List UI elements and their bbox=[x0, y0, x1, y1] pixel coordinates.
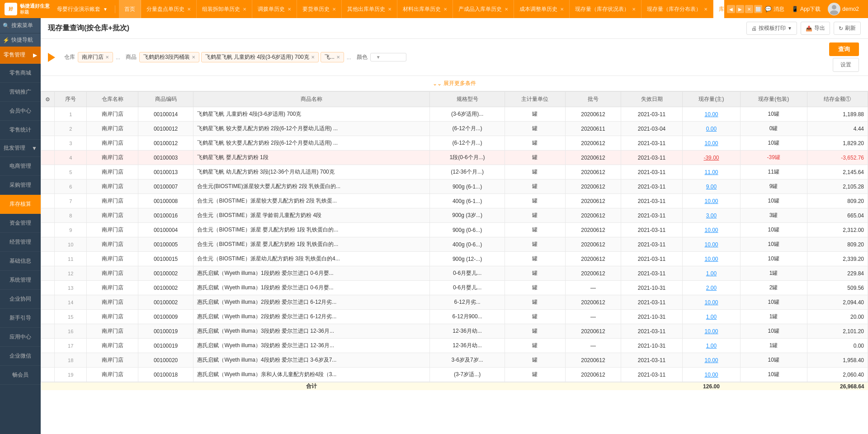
td-settings[interactable] bbox=[41, 223, 55, 237]
user-area[interactable]: demo2 bbox=[828, 3, 859, 15]
table-row[interactable]: 10南岸门店00100005合生元（BIOSTIME）派星 婴儿配方奶粉 1段 … bbox=[41, 237, 868, 252]
sidebar-item-lingshoupingtai[interactable]: 零售管理 ▶ bbox=[0, 47, 41, 64]
table-row[interactable]: 5南岸门店00100013飞鹤星飞帆 幼儿配方奶粉 3段(12-36个月幼儿适用… bbox=[41, 165, 868, 179]
sidebar-quick[interactable]: ⚡ 快捷导航 bbox=[0, 33, 41, 47]
td-settings[interactable] bbox=[41, 310, 55, 324]
td-qty-main[interactable]: 1.00 bbox=[683, 339, 740, 353]
td-qty-main[interactable]: 10.00 bbox=[683, 368, 740, 382]
workspace-selector[interactable]: 母婴行业演示账套 ▼ bbox=[50, 5, 115, 13]
td-qty-main[interactable]: -39.00 bbox=[683, 151, 740, 165]
table-row[interactable]: 7南岸门店00100008合生元（BIOSTIME）派星较大婴儿配方奶粉 2段 … bbox=[41, 194, 868, 208]
td-settings[interactable] bbox=[41, 353, 55, 368]
sidebar-item-yingxiaotuiguang[interactable]: 营销推广 bbox=[0, 83, 41, 102]
tab-close-icon[interactable]: ✕ bbox=[505, 7, 508, 12]
sidebar-item-xitongguanli[interactable]: 系统管理 bbox=[0, 271, 41, 290]
tab-yaohuo[interactable]: 要货单历史 ✕ bbox=[297, 0, 342, 18]
table-row[interactable]: 13南岸门店00100002惠氏启赋（Wyeth illuma）1段奶粉 爱尔兰… bbox=[41, 281, 868, 295]
sidebar-item-pifaguanli[interactable]: 批发管理 ▼ bbox=[0, 140, 41, 157]
td-settings[interactable] bbox=[41, 194, 55, 208]
sidebar-item-lingshouchengcheng[interactable]: 零售商城 bbox=[0, 64, 41, 83]
table-row[interactable]: 9南岸门店00100004合生元（BIOSTIME）派星 婴儿配方奶粉 1段 乳… bbox=[41, 223, 868, 237]
td-qty-main[interactable]: 10.00 bbox=[683, 107, 740, 122]
tab-kucunpici[interactable]: 库存批次账 ✕ bbox=[713, 0, 724, 18]
table-row[interactable]: 2南岸门店00100012飞鹤星飞帆 较大婴儿配方奶粉 2段(6-12个月婴幼儿… bbox=[41, 122, 868, 136]
td-qty-main[interactable]: 10.00 bbox=[683, 194, 740, 208]
td-settings[interactable] bbox=[41, 179, 55, 194]
tab-close-all[interactable]: ✕ bbox=[745, 5, 753, 13]
td-qty-main[interactable]: 10.00 bbox=[683, 324, 740, 339]
td-settings[interactable] bbox=[41, 339, 55, 353]
tab-prev-arrow[interactable]: ◀ bbox=[727, 5, 735, 13]
table-row[interactable]: 16南岸门店00100019惠氏启赋（Wyeth illuma）3段奶粉 爱尔兰… bbox=[41, 324, 868, 339]
tab-close-icon[interactable]: ✕ bbox=[243, 7, 246, 12]
td-qty-main[interactable]: 10.00 bbox=[683, 295, 740, 310]
td-qty-main[interactable]: 10.00 bbox=[683, 237, 740, 252]
tab-expand[interactable]: ⬜ bbox=[754, 5, 762, 13]
td-settings[interactable] bbox=[41, 266, 55, 281]
product-tag-1[interactable]: 飞鹤奶粉3段丙桶装 ✕ bbox=[139, 52, 199, 62]
td-settings[interactable] bbox=[41, 295, 55, 310]
print-button[interactable]: 🖨 按模板打印 ▼ bbox=[746, 22, 797, 35]
td-qty-main[interactable]: 10.00 bbox=[683, 353, 740, 368]
product-tag-2-close-icon[interactable]: ✕ bbox=[311, 55, 315, 60]
td-settings[interactable] bbox=[41, 208, 55, 223]
sidebar-item-jichuxinxi[interactable]: 基础信息 bbox=[0, 252, 41, 271]
table-row[interactable]: 12南岸门店00100002惠氏启赋（Wyeth illuma）1段奶粉 爱尔兰… bbox=[41, 266, 868, 281]
color-filter-input[interactable]: ▼ bbox=[370, 53, 406, 61]
warehouse-tag[interactable]: 南岸门店 ✕ bbox=[78, 52, 113, 62]
tab-chenben[interactable]: 成本调整单历史 ✕ bbox=[514, 0, 570, 18]
table-row[interactable]: 8南岸门店00100016合生元（BIOSTIME）派星 学龄前儿童配方奶粉 4… bbox=[41, 208, 868, 223]
sidebar-item-lingshoutongji[interactable]: 零售统计 bbox=[0, 121, 41, 140]
tab-close-icon[interactable]: ✕ bbox=[632, 7, 636, 12]
table-row[interactable]: 1南岸门店00100014飞鹤星飞帆 儿童奶粉 4段(3-6岁适用) 700克(… bbox=[41, 107, 868, 122]
td-settings[interactable] bbox=[41, 165, 55, 179]
tab-close-icon[interactable]: ✕ bbox=[388, 7, 392, 12]
sidebar-item-kucunhesuan[interactable]: 库存核算 bbox=[0, 195, 41, 214]
td-qty-main[interactable]: 11.00 bbox=[683, 165, 740, 179]
sidebar-item-caigouguanli[interactable]: 采购管理 bbox=[0, 176, 41, 195]
tab-close-icon[interactable]: ✕ bbox=[443, 7, 447, 12]
tab-close-icon[interactable]: ✕ bbox=[288, 7, 291, 12]
td-qty-main[interactable]: 10.00 bbox=[683, 136, 740, 151]
tab-chanchengpinruku[interactable]: 产成品入库单历史 ✕ bbox=[453, 0, 514, 18]
sidebar-item-zijinguanli[interactable]: 资金管理 bbox=[0, 214, 41, 233]
app-download-btn[interactable]: 📱 App下载 bbox=[792, 5, 821, 13]
table-row[interactable]: 3南岸门店00100012飞鹤星飞帆 较大婴儿配方奶粉 2段(6-12个月婴幼儿… bbox=[41, 136, 868, 151]
sidebar-item-yingyongzhongxin[interactable]: 应用中心 bbox=[0, 328, 41, 347]
sidebar-search[interactable]: 🔍 搜索菜单 bbox=[0, 18, 41, 33]
product-tag-2[interactable]: 飞鹤星飞帆 儿童奶粉 4段(3-6岁适用) 700克 ✕ bbox=[201, 52, 319, 62]
sidebar-item-xinshoudaojiangguan[interactable]: 新手引导 bbox=[0, 309, 41, 328]
tab-diaoboddan[interactable]: 调拨单历史 ✕ bbox=[252, 0, 297, 18]
product-tag-3[interactable]: 飞... ✕ bbox=[321, 52, 344, 62]
td-settings[interactable] bbox=[41, 122, 55, 136]
td-settings[interactable] bbox=[41, 252, 55, 266]
tab-close-icon[interactable]: ✕ bbox=[560, 7, 564, 12]
td-qty-main[interactable]: 2.00 bbox=[683, 281, 740, 295]
tab-cailiaochuku[interactable]: 材料出库单历史 ✕ bbox=[397, 0, 453, 18]
message-btn[interactable]: 💬 消息 bbox=[765, 5, 784, 13]
table-row[interactable]: 4南岸门店00100003飞鹤星飞帆 婴儿配方奶粉 1段1段(0-6个月...)… bbox=[41, 151, 868, 165]
tab-home[interactable]: 首页 bbox=[119, 0, 141, 18]
table-row[interactable]: 19南岸门店00100018惠氏启赋（Wyeth illuma）亲和人体儿童配方… bbox=[41, 368, 868, 382]
tab-qitachuku[interactable]: 其他出库单历史 ✕ bbox=[342, 0, 397, 18]
tab-xiancunliang1[interactable]: 现存量（库存状况表） ✕ bbox=[570, 0, 642, 18]
tab-next-arrow[interactable]: ▶ bbox=[736, 5, 744, 13]
sidebar-item-jingyingguanli[interactable]: 经营管理 bbox=[0, 233, 41, 252]
export-button[interactable]: 📤 导出 bbox=[801, 22, 830, 35]
table-row[interactable]: 11南岸门店00100015合生元（BIOSTIME）派星幼儿配方奶粉 3段 乳… bbox=[41, 252, 868, 266]
td-qty-main[interactable]: 10.00 bbox=[683, 252, 740, 266]
tab-close-icon[interactable]: ✕ bbox=[332, 7, 336, 12]
product-tag-3-close-icon[interactable]: ✕ bbox=[336, 55, 340, 60]
table-row[interactable]: 6南岸门店00100007合生元(BIOSTIME)派星较大婴儿配方奶粉 2段 … bbox=[41, 179, 868, 194]
table-row[interactable]: 18南岸门店00100020惠氏启赋（Wyeth illuma）4段奶粉 爱尔兰… bbox=[41, 353, 868, 368]
td-qty-main[interactable]: 1.00 bbox=[683, 310, 740, 324]
filter-expand-triangle[interactable] bbox=[48, 53, 55, 62]
th-settings[interactable]: ⚙ bbox=[41, 92, 55, 107]
td-settings[interactable] bbox=[41, 324, 55, 339]
td-settings[interactable] bbox=[41, 136, 55, 151]
tab-xiancunliang2[interactable]: 现存量（库存分布表） ✕ bbox=[642, 0, 713, 18]
td-settings[interactable] bbox=[41, 107, 55, 122]
td-qty-main[interactable]: 9.00 bbox=[683, 179, 740, 194]
tab-close-icon[interactable]: ✕ bbox=[187, 7, 191, 12]
table-row[interactable]: 15南岸门店00100009惠氏启赋（Wyeth illuma）2段奶粉 爱尔兰… bbox=[41, 310, 868, 324]
